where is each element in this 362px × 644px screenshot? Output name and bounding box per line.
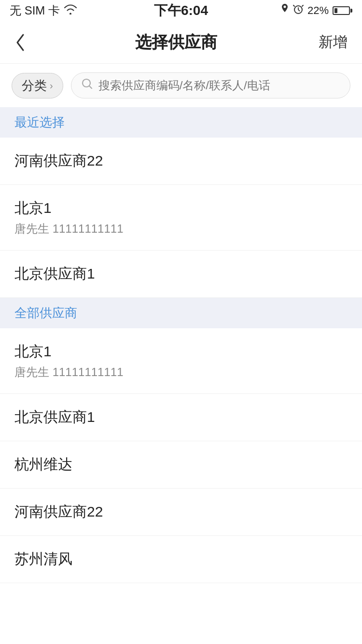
list-item[interactable]: 北京供应商1 [0, 251, 362, 298]
list-item[interactable]: 北京1 唐先生 11111111111 [0, 328, 362, 394]
recent-section-label: 最近选择 [14, 115, 65, 129]
item-name: 北京供应商1 [14, 407, 348, 427]
all-section-label: 全部供应商 [14, 306, 77, 320]
status-time: 下午6:04 [154, 1, 208, 20]
list-item[interactable]: 杭州维达 [0, 441, 362, 489]
all-items-list: 北京1 唐先生 11111111111 北京供应商1 杭州维达 河南供应商22 … [0, 328, 362, 583]
item-sub: 唐先生 11111111111 [14, 221, 348, 237]
status-left: 无 SIM 卡 [10, 3, 77, 18]
search-box[interactable] [71, 72, 350, 98]
item-name: 苏州清风 [14, 549, 348, 569]
back-button[interactable] [14, 33, 43, 52]
nav-bar: 选择供应商 新增 [0, 21, 362, 64]
item-name: 北京1 [14, 342, 348, 362]
category-button[interactable]: 分类 › [12, 73, 63, 98]
list-item[interactable]: 河南供应商22 [0, 138, 362, 185]
page-title: 选择供应商 [43, 31, 309, 54]
battery-percentage: 22% [307, 4, 329, 17]
search-input[interactable] [98, 79, 340, 92]
item-name: 河南供应商22 [14, 151, 348, 171]
list-item[interactable]: 北京1 唐先生 11111111111 [0, 185, 362, 251]
filter-bar: 分类 › [0, 64, 362, 107]
wifi-icon [64, 4, 77, 17]
category-label: 分类 [22, 77, 47, 94]
item-sub: 唐先生 11111111111 [14, 364, 348, 380]
item-name: 北京1 [14, 198, 348, 218]
list-item[interactable]: 河南供应商22 [0, 489, 362, 536]
item-name: 北京供应商1 [14, 264, 348, 284]
search-icon [81, 78, 94, 93]
battery-icon [333, 6, 352, 15]
add-button[interactable]: 新增 [309, 32, 348, 52]
chevron-right-icon: › [50, 80, 53, 91]
all-section-header: 全部供应商 [0, 298, 362, 328]
alarm-icon [293, 4, 304, 17]
carrier-label: 无 SIM 卡 [10, 3, 60, 18]
recent-section-header: 最近选择 [0, 107, 362, 138]
item-name: 杭州维达 [14, 455, 348, 475]
item-name: 河南供应商22 [14, 502, 348, 522]
recent-items-list: 河南供应商22 北京1 唐先生 11111111111 北京供应商1 [0, 138, 362, 298]
status-right: 22% [280, 4, 352, 17]
list-item[interactable]: 苏州清风 [0, 536, 362, 583]
list-item[interactable]: 北京供应商1 [0, 394, 362, 441]
status-bar: 无 SIM 卡 下午6:04 22% [0, 0, 362, 21]
location-icon [280, 4, 289, 17]
